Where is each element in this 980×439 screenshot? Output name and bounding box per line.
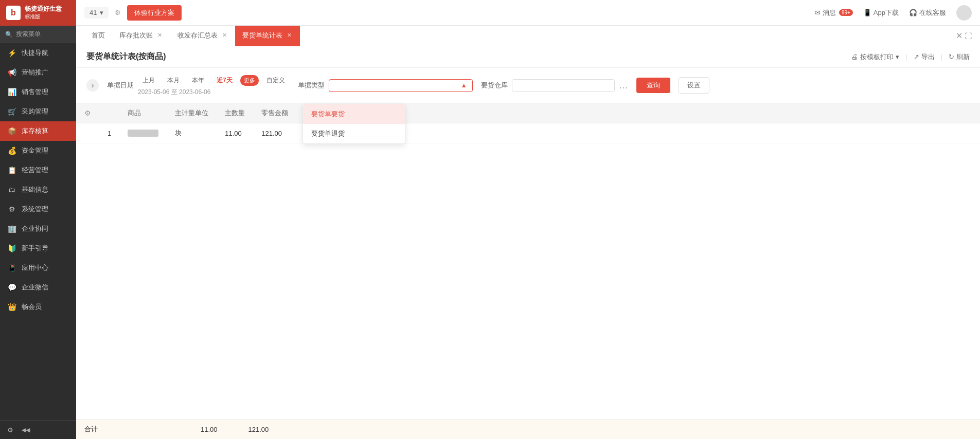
sidebar-item-finance[interactable]: 💰 资金管理	[0, 141, 76, 160]
store-number: 41	[90, 9, 97, 16]
tab-receipt-summary[interactable]: 收发存汇总表 ✕	[170, 26, 235, 46]
topbar: 41 ▾ ⚙ 体验行业方案 ✉ 消息 99+ 📱 App下载 🎧 在线客服	[76, 0, 980, 26]
sidebar-item-app-center[interactable]: 📱 应用中心	[0, 258, 76, 278]
date-prev-month[interactable]: 上月	[138, 74, 159, 87]
sidebar-item-label: 采购管理	[22, 107, 48, 116]
col-settings-header[interactable]: ⚙	[76, 103, 99, 123]
date-options: 上月 本月 本年 近7天 更多 自定义	[138, 74, 290, 87]
date-this-month[interactable]: 本月	[163, 74, 184, 87]
sidebar-item-label: 快捷导航	[22, 48, 48, 58]
refresh-btn[interactable]: ↻ 刷新	[949, 52, 970, 62]
col-index-header	[99, 103, 119, 123]
search-menu-label: 搜索菜单	[16, 30, 41, 39]
sidebar-item-inventory[interactable]: 📦 库存核算	[0, 121, 76, 141]
tab-inventory-batch[interactable]: 库存批次账 ✕	[112, 26, 170, 46]
close-all-tabs-icon[interactable]: ✕	[956, 31, 963, 41]
query-btn[interactable]: 查询	[636, 78, 670, 93]
sidebar-item-member[interactable]: 👑 畅会员	[0, 297, 76, 317]
date-this-year[interactable]: 本年	[187, 74, 209, 87]
print-btn[interactable]: 🖨 按模板打印 ▾	[851, 52, 899, 62]
store-selector[interactable]: 41 ▾	[84, 7, 109, 19]
dropdown-item-order-goods-label: 要货单要货	[311, 110, 345, 118]
maximize-icon[interactable]: ⛶	[965, 32, 972, 40]
sidebar-item-system[interactable]: ⚙ 系统管理	[0, 199, 76, 219]
warehouse-filter[interactable]	[512, 79, 615, 92]
export-icon: ↗	[914, 53, 919, 61]
sidebar-item-base-info[interactable]: 🗂 基础信息	[0, 180, 76, 199]
row-unit-cell: 块	[167, 123, 217, 143]
refresh-icon: ↻	[949, 53, 954, 61]
operations-icon: 📋	[7, 166, 16, 174]
warehouse-filter-input[interactable]	[518, 82, 609, 89]
filter-area: › 单据日期 上月 本月 本年 近7天 更多 自定义 2023-05-06 至 …	[76, 68, 980, 103]
finance-icon: 💰	[7, 147, 16, 155]
sidebar-item-wechat[interactable]: 💬 企业微信	[0, 278, 76, 297]
row-index-cell: 1	[99, 123, 119, 143]
sidebar-item-purchase[interactable]: 🛒 采购管理	[0, 102, 76, 121]
system-icon: ⚙	[7, 205, 16, 213]
row-quantity-cell: 11.00	[217, 123, 253, 143]
settings-gear-icon[interactable]: ⚙	[115, 9, 121, 16]
filter-settings-btn[interactable]: 设置	[679, 77, 709, 94]
sidebar-item-sales[interactable]: 📊 销售管理	[0, 82, 76, 102]
dropdown-item-order-return-label: 要货单退货	[311, 130, 345, 137]
date-more-btn[interactable]: 更多	[240, 75, 259, 86]
print-label: 按模板打印	[860, 52, 894, 62]
service-icon: 🎧	[909, 9, 917, 16]
type-filter-arrow-icon: ▲	[461, 82, 467, 89]
phone-icon: 📱	[863, 9, 871, 16]
tab-home[interactable]: 首页	[84, 26, 112, 46]
type-filter-select[interactable]: ▲	[329, 79, 473, 92]
sidebar-item-quick-nav[interactable]: ⚡ 快捷导航	[0, 43, 76, 63]
type-dropdown: 要货单要货 要货单退货	[302, 104, 405, 144]
table-footer: 合计 11.00 121.00	[76, 419, 980, 439]
message-icon: ✉	[815, 9, 821, 16]
type-filter-input[interactable]	[334, 82, 461, 89]
sales-icon: 📊	[7, 88, 16, 96]
row-amount-cell: 121.00	[253, 123, 296, 143]
messages-btn[interactable]: ✉ 消息 99+	[815, 8, 853, 17]
footer-values: 11.00 121.00	[201, 426, 269, 433]
main-area: 41 ▾ ⚙ 体验行业方案 ✉ 消息 99+ 📱 App下载 🎧 在线客服	[76, 0, 980, 439]
refresh-label: 刷新	[956, 52, 970, 62]
tab-order-stats-close[interactable]: ✕	[286, 32, 293, 39]
messages-label: 消息	[823, 8, 836, 17]
user-avatar[interactable]	[956, 5, 972, 21]
search-menu[interactable]: 🔍 搜索菜单	[0, 26, 76, 43]
date-last-7-days[interactable]: 近7天	[212, 74, 237, 87]
row-settings-cell	[76, 123, 99, 143]
date-custom[interactable]: 自定义	[262, 74, 290, 87]
export-btn[interactable]: ↗ 导出	[914, 52, 935, 62]
dropdown-item-order-return[interactable]: 要货单退货	[303, 124, 405, 143]
sidebar-item-marketing[interactable]: 📢 营销推广	[0, 63, 76, 82]
app-logo: b	[6, 6, 21, 20]
col-unit-header: 主计量单位	[167, 103, 217, 123]
col-product-header: 商品	[119, 103, 167, 123]
date-options-col: 上月 本月 本年 近7天 更多 自定义 2023-05-06 至 2023-06…	[138, 74, 290, 97]
sidebar-footer: ⚙ ◀◀	[0, 420, 76, 439]
settings-icon[interactable]: ⚙	[7, 426, 13, 434]
divider2: |	[941, 53, 942, 61]
filter-more-dots[interactable]: …	[619, 81, 628, 90]
tab-order-stats[interactable]: 要货单统计表 ✕	[235, 26, 300, 46]
collapse-icon[interactable]: ◀◀	[22, 427, 30, 433]
wechat-icon: 💬	[7, 283, 16, 291]
tab-order-stats-label: 要货单统计表	[242, 31, 282, 40]
base-info-icon: 🗂	[7, 186, 16, 194]
dropdown-item-order-goods[interactable]: 要货单要货	[303, 104, 405, 124]
sidebar-item-operations[interactable]: 📋 经营管理	[0, 160, 76, 180]
sidebar-item-enterprise[interactable]: 🏢 企业协同	[0, 219, 76, 239]
industry-btn[interactable]: 体验行业方案	[127, 5, 182, 21]
app-download-btn[interactable]: 📱 App下载	[863, 8, 899, 17]
tab-receipt-summary-close[interactable]: ✕	[221, 32, 228, 39]
sidebar-item-label: 库存核算	[22, 126, 48, 136]
filter-expand-btn[interactable]: ›	[86, 79, 99, 92]
online-service-btn[interactable]: 🎧 在线客服	[909, 8, 946, 17]
footer-amount: 121.00	[248, 426, 269, 433]
print-arrow-icon: ▾	[896, 53, 899, 61]
tab-inventory-batch-close[interactable]: ✕	[156, 32, 163, 39]
sidebar-item-guide[interactable]: 🔰 新手引导	[0, 239, 76, 258]
sidebar-items: ⚡ 快捷导航 📢 营销推广 📊 销售管理 🛒 采购管理 📦 库存核算 💰 资金管…	[0, 43, 76, 420]
sidebar-item-label: 企业协同	[22, 224, 48, 233]
type-filter-label: 单据类型	[298, 81, 325, 90]
